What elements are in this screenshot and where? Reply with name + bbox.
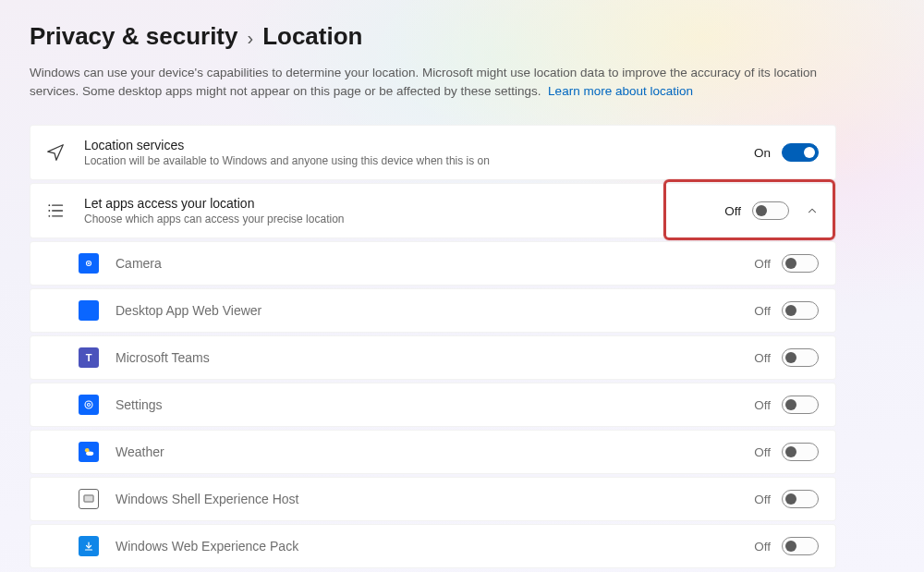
app-name: Weather [116,444,737,459]
svg-point-8 [88,404,91,407]
app-name: Settings [116,397,737,412]
let-apps-state: Off [724,204,741,218]
app-icon [79,442,99,462]
location-services-toggle[interactable] [782,143,819,162]
svg-point-4 [48,215,50,217]
app-state: Off [754,257,771,271]
app-row[interactable]: TMicrosoft TeamsOff [30,335,836,380]
location-services-row[interactable]: Location services Location will be avail… [30,125,836,180]
app-name: Microsoft Teams [116,350,737,365]
app-icon [79,536,99,556]
svg-point-11 [86,451,93,456]
app-icon [79,253,99,274]
app-row[interactable]: CameraOff [30,241,836,286]
app-row[interactable]: Windows Web Experience PackOff [30,524,836,568]
app-state: Off [754,398,771,412]
app-icon [79,395,99,415]
app-row[interactable]: WeatherOff [30,430,836,474]
app-icon [79,300,99,321]
location-arrow-icon [45,142,66,163]
location-services-title: Location services [84,138,736,152]
chevron-right-icon: › [247,28,253,49]
app-state: Off [754,304,771,318]
svg-rect-13 [85,496,92,501]
breadcrumb-parent[interactable]: Privacy & security [30,22,237,51]
app-state: Off [754,445,771,459]
app-icon [79,489,99,509]
app-toggle[interactable] [782,301,819,320]
breadcrumb: Privacy & security › Location [30,22,887,51]
list-filter-icon [45,201,66,220]
learn-more-link[interactable]: Learn more about location [548,84,693,98]
svg-point-9 [85,401,92,408]
app-row[interactable]: Desktop App Web ViewerOff [30,288,836,333]
app-icon: T [79,347,99,368]
svg-point-7 [88,262,90,264]
location-services-sub: Location will be available to Windows an… [84,154,736,167]
app-toggle[interactable] [782,490,819,508]
let-apps-title: Let apps access your location [84,196,706,211]
let-apps-toggle[interactable] [752,201,789,220]
app-name: Camera [116,256,737,271]
app-row[interactable]: SettingsOff [30,383,836,427]
app-toggle[interactable] [782,443,819,461]
app-toggle[interactable] [782,254,819,273]
page-title: Location [262,22,362,51]
app-toggle[interactable] [782,348,819,367]
chevron-up-icon[interactable] [806,204,819,217]
intro-body: Windows can use your device's capabiliti… [30,66,817,98]
let-apps-sub: Choose which apps can access your precis… [84,213,706,225]
app-row[interactable]: Windows Shell Experience HostOff [30,477,836,521]
app-state: Off [754,493,771,506]
intro-text: Windows can use your device's capabiliti… [30,64,833,102]
app-toggle[interactable] [782,537,819,555]
svg-point-0 [48,204,50,206]
svg-point-2 [48,210,50,212]
app-state: Off [754,540,771,554]
app-name: Windows Web Experience Pack [116,539,737,554]
let-apps-row[interactable]: Let apps access your location Choose whi… [30,183,836,238]
app-name: Desktop App Web Viewer [116,303,737,318]
app-state: Off [754,351,771,365]
app-toggle[interactable] [782,396,819,414]
location-services-state: On [754,146,771,160]
app-name: Windows Shell Experience Host [116,492,737,506]
